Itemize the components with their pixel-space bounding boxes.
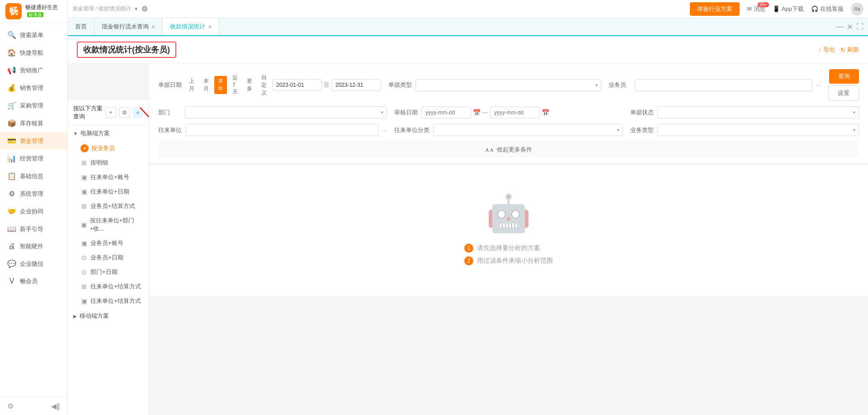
sidebar-item-label: 营销推广	[20, 66, 43, 75]
sidebar-item-vip[interactable]: V 畅会员	[0, 273, 67, 290]
review-date-input-group: 📅 — 📅	[421, 107, 549, 118]
sidebar-item-basic[interactable]: 📋 基础信息	[0, 167, 67, 185]
query-button[interactable]: 查询	[829, 69, 859, 84]
tab-receipt-close[interactable]: ×	[208, 23, 212, 30]
scheme-add-btn[interactable]: +	[105, 107, 116, 118]
sidebar-item-search[interactable]: 🔍 搜索菜单	[0, 26, 67, 44]
grid-icon: ⊞	[80, 159, 88, 166]
collapse-icon: «	[137, 109, 140, 116]
guide-icon: 📖	[7, 225, 16, 233]
date-tab-thisyear[interactable]: 本年	[214, 76, 227, 94]
online-service-btn[interactable]: 🎧 在线客服	[811, 5, 844, 13]
scheme-item-salesperson[interactable]: ● 按业务员	[68, 141, 149, 156]
salesperson-field: 业务员 ···	[609, 79, 821, 91]
doc-status-label: 单据状态	[630, 108, 654, 117]
scheme-item-partner-dept[interactable]: ▣ 按往来单位+部门+收...	[68, 213, 149, 236]
setting-button[interactable]: 设置	[828, 85, 859, 101]
salesperson-select[interactable]	[635, 79, 813, 91]
sidebar-item-guide[interactable]: 📖 新手引导	[0, 220, 67, 238]
date-from-input[interactable]	[272, 79, 322, 91]
sidebar-item-finance[interactable]: 💳 资金管理	[0, 132, 67, 150]
filter-row-1: 单据日期 上月 本月 本年 近7天 更多 自定义	[158, 69, 859, 101]
scheme-item-label: 按业务员	[91, 144, 115, 152]
salesperson-more-btn[interactable]: ···	[816, 82, 821, 89]
corp-icon: 🤝	[7, 207, 16, 216]
scheme-item-partner-settle1[interactable]: ⊞ 往来单位+结算方式	[68, 279, 149, 294]
scheme-item-partner-settle2[interactable]: ▣ 往来单位+结算方式	[68, 294, 149, 308]
tab-receipt[interactable]: 收款情况统计 ×	[163, 18, 219, 35]
sidebar-item-wechat[interactable]: 💬 企业微信	[0, 255, 67, 273]
trial-button[interactable]: 体验行业方案	[690, 2, 740, 16]
empty-steps: 1 请先选择要分析的方案 2 用过滤条件来缩小分析范围	[464, 244, 553, 269]
scheme-item-detail[interactable]: ⊞ 按明细	[68, 156, 149, 170]
date-field: 单据日期 上月 本月 本年 近7天 更多 自定义	[158, 72, 381, 98]
sidebar-item-label: 企业协同	[20, 208, 43, 216]
sidebar-item-marketing[interactable]: 📢 营销推广	[0, 61, 67, 79]
sidebar-item-operations[interactable]: 📊 经营管理	[0, 150, 67, 167]
tab-bar: 首页 现金银行流水查询 × 收款情况统计 × — ✕ ⛶	[68, 18, 868, 36]
biz-type-select[interactable]	[657, 124, 859, 136]
mobile-icon: 📱	[773, 5, 780, 12]
doc-status-select[interactable]	[657, 106, 859, 118]
date-tab-thismonth[interactable]: 本月	[200, 76, 212, 94]
review-date-to-input[interactable]	[490, 107, 540, 118]
partner-category-select[interactable]	[433, 124, 623, 136]
collapse-sidebar-icon[interactable]: ◀‖	[51, 402, 60, 410]
date-tab-lastmonth[interactable]: 上月	[185, 76, 198, 94]
scheme-item-partner-account[interactable]: ▣ 往来单位+账号	[68, 170, 149, 184]
sidebar-item-hardware[interactable]: 🖨 智能硬件	[0, 238, 67, 255]
type-select[interactable]	[415, 79, 601, 91]
date-tab-7days[interactable]: 近7天	[229, 73, 241, 97]
tab-bank[interactable]: 现金银行流水查询 ×	[94, 18, 163, 35]
review-date-from-input[interactable]	[421, 107, 471, 118]
partner-more-btn[interactable]: ···	[382, 127, 387, 133]
tab-close-icon[interactable]: ✕	[847, 23, 853, 31]
messages-btn[interactable]: ✉ 消息 99+	[747, 5, 765, 13]
collapse-bar[interactable]: ∧∧ 收起更多条件	[158, 141, 859, 157]
partner-select[interactable]	[185, 124, 378, 136]
message-icon: ✉	[747, 5, 752, 12]
sidebar-item-sales[interactable]: 💰 销售管理	[0, 79, 67, 97]
tab-home[interactable]: 首页	[68, 18, 94, 35]
scheme-item-salesperson-account[interactable]: ▣ 业务员+账号	[68, 236, 149, 250]
scheme-item-label: 业务员+账号	[90, 239, 123, 247]
export-button[interactable]: ↑ 导出	[819, 46, 835, 54]
scheme-gear-btn[interactable]: ⚙	[119, 107, 130, 118]
dept-select[interactable]	[184, 106, 387, 118]
date-tab-custom[interactable]: 自定义	[258, 72, 270, 98]
partner-select-wrap	[185, 124, 378, 136]
app-download-btn[interactable]: 📱 App下载	[773, 5, 804, 13]
scheme-collapse-btn[interactable]: «	[132, 107, 143, 118]
scheme-item-salesperson-date[interactable]: ⊙ 业务员+日期	[68, 250, 149, 265]
sidebar-item-system[interactable]: ⚙ 系统管理	[0, 185, 67, 203]
cal-icon-to[interactable]: 📅	[542, 109, 549, 116]
hardware-icon: 🖨	[7, 242, 16, 250]
scheme-category-mobile[interactable]: ▶ 移动端方案	[68, 308, 149, 324]
gear-icon: ⚙	[122, 109, 127, 116]
wechat-icon: 💬	[7, 259, 16, 268]
user-avatar[interactable]: Rit	[851, 3, 863, 15]
sidebar-item-inventory[interactable]: 📦 库存核算	[0, 114, 67, 132]
scheme-category-pc[interactable]: ▼ 电脑端方案	[68, 126, 149, 141]
tab-bank-close[interactable]: ×	[151, 23, 155, 30]
scheme-item-partner-date[interactable]: ▣ 往来单位+日期	[68, 184, 149, 199]
topbar-gear-icon[interactable]: ⚙	[142, 5, 148, 13]
sidebar-item-corp[interactable]: 🤝 企业协同	[0, 203, 67, 220]
scheme-item-dept-date[interactable]: ⊙ 部门+日期	[68, 265, 149, 279]
sidebar-item-label: 资金管理	[20, 137, 43, 145]
refresh-button[interactable]: ↻ 刷新	[840, 46, 859, 54]
cal-icon-from[interactable]: 📅	[473, 109, 481, 116]
settings-icon[interactable]: ⚙	[7, 402, 14, 410]
sidebar-item-purchase[interactable]: 🛒 采购管理	[0, 97, 67, 114]
sidebar-item-quicknav[interactable]: 🏠 快捷导航	[0, 44, 67, 61]
date-to-input[interactable]	[331, 79, 381, 91]
scheme-item-label: 业务员+结算方式	[90, 202, 135, 210]
scheme-item-salesperson-settle[interactable]: ⊞ 业务员+结算方式	[68, 199, 149, 213]
tab-expand-icon[interactable]: ⛶	[856, 23, 863, 31]
breadcrumb-dropdown-icon[interactable]: ▾	[135, 5, 138, 12]
sales-icon: 💰	[7, 84, 16, 92]
tab-minimize-icon[interactable]: —	[836, 23, 843, 31]
date-tab-more[interactable]: 更多	[243, 76, 256, 94]
sidebar-item-label: 新手引导	[20, 225, 43, 233]
review-date-field: 审核日期 📅 — 📅	[394, 107, 623, 118]
